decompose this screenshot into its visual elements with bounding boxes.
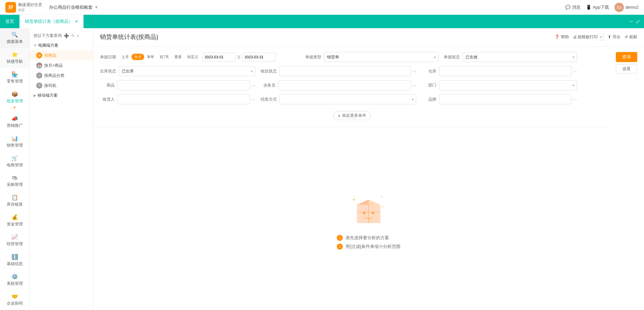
warehouse-more-icon[interactable]: ··· bbox=[573, 68, 577, 74]
sidebar-item-enterprise[interactable]: 🤝 企业协同 bbox=[0, 290, 29, 310]
tree-item-by-cashier[interactable]: 司 按司机 bbox=[30, 81, 93, 91]
tab-maximize-icon[interactable]: ⤢ bbox=[636, 18, 640, 25]
doc-type-select[interactable]: 销货单 bbox=[324, 52, 438, 62]
page-actions: ❓ 帮助 🖨 按模板打印 ▾ ⬆ 导出 ↺ 刷新 bbox=[554, 34, 637, 40]
tree-item-by-category[interactable]: 分 按商品分类 bbox=[30, 70, 93, 81]
doc-status-select[interactable]: 已生效 bbox=[463, 52, 577, 62]
date-tab-this-month[interactable]: 本月 bbox=[131, 54, 144, 60]
tab-minimize-icon[interactable]: ─ bbox=[629, 18, 633, 24]
tree-item-by-product[interactable]: 按 按商品 bbox=[30, 50, 93, 60]
product-more-icon[interactable]: ··· bbox=[252, 83, 256, 88]
date-tab-7days[interactable]: 近7天 bbox=[157, 54, 172, 60]
export-button[interactable]: ⬆ 导出 bbox=[608, 34, 621, 40]
sidebar-item-sales[interactable]: 📊 销售管理 bbox=[0, 132, 29, 152]
add-scheme-icon[interactable]: ➕ bbox=[64, 33, 69, 38]
filter-doc-type: 单据类型 销货单 ▾ bbox=[305, 52, 444, 62]
inventory-icon: 📋 bbox=[11, 194, 18, 201]
payment-status-control: ··· bbox=[279, 66, 416, 76]
tab-stats[interactable]: 销货单统计表（按商品） ✕ bbox=[19, 15, 84, 28]
svg-marker-1 bbox=[357, 200, 369, 205]
filter-warehouse-status: 出库状态 已出库 ▾ bbox=[100, 66, 261, 76]
sidebar-item-system[interactable]: ⚙️ 系统管理 bbox=[0, 270, 29, 290]
brand-input[interactable] bbox=[439, 94, 572, 104]
app-download-icon: 📱 bbox=[586, 5, 591, 10]
date-tab-custom[interactable]: 自定义 bbox=[184, 54, 201, 60]
svg-text:✦: ✦ bbox=[380, 195, 383, 199]
settlement-select[interactable] bbox=[279, 94, 416, 104]
tree-item-by-month-product[interactable]: 📅 按月+商品 bbox=[30, 60, 93, 70]
department-label: 部门 bbox=[422, 83, 436, 88]
empty-step-1: 1 请先选择要分析的方案 bbox=[337, 235, 400, 241]
date-to-input[interactable] bbox=[242, 53, 276, 61]
department-select[interactable] bbox=[439, 80, 577, 90]
sidebar: 🔍 搜索菜单 ⭐ 快捷导航 🏪 零售管理 📦 批发管理 ▲ 📣 营销推广 📊 销… bbox=[0, 28, 30, 310]
filter-section: 单据日期 上月 本月 本年 近7天 更多 自定义 bbox=[93, 47, 644, 127]
purchase-icon: 🛍 bbox=[12, 175, 17, 181]
sidebar-item-purchase[interactable]: 🛍 采购管理 bbox=[0, 171, 29, 191]
filter-warehouse: 仓库 ··· bbox=[422, 66, 604, 76]
marketing-icon: 📣 bbox=[11, 115, 18, 122]
enterprise-icon: 🤝 bbox=[11, 293, 18, 300]
filter-date: 单据日期 上月 本月 本年 近7天 更多 自定义 bbox=[100, 53, 305, 61]
sidebar-item-search-menu[interactable]: 🔍 搜索菜单 bbox=[0, 28, 29, 48]
date-from-input[interactable] bbox=[202, 53, 236, 61]
query-buttons: 查询 设置 bbox=[616, 52, 637, 74]
warehouse-label: 仓库 bbox=[422, 68, 436, 74]
doc-status-control: 已生效 ▾ bbox=[463, 52, 577, 62]
sidebar-item-operations[interactable]: 📈 经营管理 bbox=[0, 230, 29, 250]
date-tab-more[interactable]: 更多 bbox=[172, 54, 184, 60]
sales-icon: 📊 bbox=[11, 135, 18, 142]
product-input[interactable] bbox=[117, 80, 250, 90]
date-tab-this-year[interactable]: 本年 bbox=[144, 54, 157, 60]
collapse-panel-icon[interactable]: « bbox=[77, 33, 79, 38]
step-1-num: 1 bbox=[337, 235, 343, 241]
salesman-control: ··· bbox=[278, 80, 416, 90]
doc-type-label: 单据类型 bbox=[305, 54, 321, 60]
payment-status-input[interactable] bbox=[279, 66, 411, 76]
sidebar-item-basic[interactable]: ℹ️ 基础信息 bbox=[0, 250, 29, 270]
svg-text:✦: ✦ bbox=[352, 197, 356, 202]
message-button[interactable]: 💬 消息 bbox=[565, 4, 581, 10]
payment-status-more-icon[interactable]: ··· bbox=[412, 68, 416, 74]
user-profile[interactable]: Ea demo2 bbox=[614, 3, 639, 12]
refresh-button[interactable]: ↺ 刷新 bbox=[625, 34, 637, 40]
help-button[interactable]: ❓ 帮助 bbox=[554, 34, 569, 40]
tab-bar: 首页 销货单统计表（按商品） ✕ ─ ⤢ bbox=[0, 15, 644, 28]
tab-home[interactable]: 首页 bbox=[0, 15, 19, 28]
search-menu-icon: 🔍 bbox=[11, 32, 18, 38]
print-button[interactable]: 🖨 按模板打印 ▾ bbox=[573, 34, 604, 40]
query-button[interactable]: 查询 bbox=[616, 52, 637, 62]
empty-state: ✦ ✦ ✦ 1 请先选择要分析的方案 2 用[过滤]条件来缩小分析范围 bbox=[93, 127, 644, 310]
sidebar-item-finance[interactable]: 💰 资金管理 bbox=[0, 211, 29, 230]
svg-marker-2 bbox=[369, 200, 380, 205]
salesman-input[interactable] bbox=[278, 80, 411, 90]
receiver-more-icon[interactable]: ··· bbox=[252, 97, 256, 102]
desktop-section[interactable]: ▼ 电脑端方案 bbox=[30, 41, 93, 50]
sidebar-item-ecommerce[interactable]: 🛒 电商管理 bbox=[0, 152, 29, 171]
edit-scheme-icon[interactable]: ✎ bbox=[71, 33, 75, 38]
receiver-input[interactable] bbox=[117, 94, 250, 104]
tab-close-icon[interactable]: ✕ bbox=[75, 19, 78, 24]
date-tab-last-month[interactable]: 上月 bbox=[119, 54, 131, 60]
sidebar-item-quick-nav[interactable]: ⭐ 快捷导航 bbox=[0, 48, 29, 68]
sidebar-item-retail[interactable]: 🏪 零售管理 bbox=[0, 68, 29, 88]
left-panel: 按以下方案查询 ➕ ✎ « ▼ 电脑端方案 按 按商品 📅 按月+商品 分 按商… bbox=[30, 28, 93, 310]
date-tabs: 上月 本月 本年 近7天 更多 自定义 bbox=[119, 54, 201, 60]
salesman-more-icon[interactable]: ··· bbox=[412, 83, 416, 88]
mobile-section[interactable]: ▶ 移动端方案 bbox=[30, 91, 93, 100]
brand-more-icon[interactable]: ··· bbox=[573, 97, 577, 102]
collapse-button[interactable]: ∧ 收起更多条件 bbox=[333, 111, 371, 120]
warehouse-status-select[interactable]: 已出库 bbox=[119, 66, 255, 76]
sidebar-item-wholesale[interactable]: 📦 批发管理 ▲ bbox=[0, 88, 29, 112]
print-dropdown-icon[interactable]: ▾ bbox=[598, 34, 604, 40]
app-download-button[interactable]: 📱 App下载 bbox=[586, 4, 609, 10]
department-control: ▾ bbox=[439, 80, 577, 90]
settings-button[interactable]: 设置 bbox=[616, 64, 637, 74]
tab-bar-actions: ─ ⤢ bbox=[629, 18, 644, 25]
warehouse-input[interactable] bbox=[439, 66, 572, 76]
filter-brand: 品牌 ··· bbox=[422, 94, 604, 104]
warehouse-status-label: 出库状态 bbox=[100, 68, 116, 74]
sidebar-item-inventory[interactable]: 📋 库存核算 bbox=[0, 191, 29, 211]
sidebar-item-marketing[interactable]: 📣 营销推广 bbox=[0, 112, 29, 132]
quick-nav-icon: ⭐ bbox=[11, 51, 18, 58]
